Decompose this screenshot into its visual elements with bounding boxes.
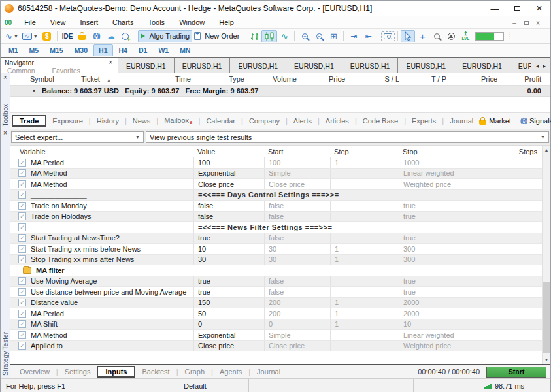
value-cell[interactable]: 10 xyxy=(193,244,264,254)
deposit-button[interactable]: $ xyxy=(40,30,54,42)
steps-cell[interactable] xyxy=(469,287,550,297)
start-cell[interactable]: 0 xyxy=(264,319,330,330)
parameter-checkbox[interactable]: ✓ xyxy=(18,234,26,242)
start-cell[interactable]: Simple xyxy=(264,169,330,179)
value-cell[interactable]: true xyxy=(193,287,264,297)
menu-charts[interactable]: Charts xyxy=(105,16,141,28)
steps-cell[interactable] xyxy=(469,201,550,211)
bar-chart-button[interactable] xyxy=(247,30,261,42)
step-cell[interactable] xyxy=(330,276,399,287)
stop-cell[interactable]: true xyxy=(399,276,469,287)
value-cell[interactable]: Close price xyxy=(193,341,264,351)
steps-cell[interactable] xyxy=(469,308,550,319)
steps-cell[interactable] xyxy=(469,276,550,287)
scrollbar-thumb[interactable] xyxy=(543,282,550,353)
scroll-up-icon[interactable]: ▲ xyxy=(543,146,550,154)
parameter-checkbox[interactable]: ✓ xyxy=(18,310,26,318)
stop-cell[interactable]: 2000 xyxy=(399,308,469,319)
stop-cell[interactable]: Linear weighted xyxy=(399,330,469,340)
value-cell[interactable]: 0 xyxy=(193,319,264,330)
steps-cell[interactable] xyxy=(469,330,550,340)
start-cell[interactable]: 30 xyxy=(264,255,330,265)
menu-insert[interactable]: Insert xyxy=(73,16,106,28)
tester-tab-agents[interactable]: Agents xyxy=(213,367,248,377)
steps-cell[interactable] xyxy=(469,341,550,351)
start-cell[interactable]: false xyxy=(264,212,330,222)
trade-column-ticket[interactable]: Ticket▲ xyxy=(78,75,128,83)
parameter-checkbox[interactable]: ✓ xyxy=(18,342,26,350)
mdi-restore-button[interactable] xyxy=(520,19,532,26)
tester-tab-graph[interactable]: Graph xyxy=(178,367,212,377)
timeframe-h1[interactable]: H1 xyxy=(93,44,112,56)
menu-file[interactable]: File xyxy=(17,16,43,28)
stop-cell[interactable]: true xyxy=(399,201,469,211)
chart-tab[interactable]: EURUSD,H1 xyxy=(286,58,342,73)
chart-tab[interactable]: EURUSD,H1 xyxy=(118,58,175,73)
stop-cell[interactable]: 300 xyxy=(399,244,469,254)
menu-view[interactable]: View xyxy=(43,16,73,28)
trade-column-profit[interactable]: Profit xyxy=(500,75,550,83)
value-cell[interactable]: 50 xyxy=(193,308,264,319)
line-chart-button[interactable]: ∿ xyxy=(277,30,292,42)
toolbox-tab-alerts[interactable]: Alerts xyxy=(288,116,318,126)
step-cell[interactable] xyxy=(330,179,399,189)
steps-cell[interactable] xyxy=(469,255,550,265)
steps-cell[interactable] xyxy=(469,157,550,168)
trade-column-price[interactable]: Price xyxy=(449,75,500,83)
timeframe-m1[interactable]: M1 xyxy=(3,44,24,56)
parameter-checkbox[interactable]: ✓ xyxy=(18,331,26,339)
timeframe-h4[interactable]: H4 xyxy=(114,44,133,56)
restore-button[interactable] xyxy=(506,1,528,16)
cursor-button[interactable] xyxy=(401,30,415,42)
trade-column-symbol[interactable]: Symbol xyxy=(10,75,78,83)
trade-column-time[interactable]: Time xyxy=(128,75,193,83)
chart-tab[interactable]: EURUSD,H1 xyxy=(175,58,231,73)
toolbox-tab-exposure[interactable]: Exposure xyxy=(46,116,88,126)
tester-tab-settings[interactable]: Settings xyxy=(58,367,97,377)
start-cell[interactable]: false xyxy=(264,201,330,211)
scroll-down-icon[interactable]: ▼ xyxy=(543,355,550,364)
vps-button[interactable]: ☁ xyxy=(103,30,118,42)
steps-cell[interactable] xyxy=(469,233,550,244)
stop-cell[interactable]: Weighted price xyxy=(399,179,469,189)
inputs-column-variable[interactable]: Variable xyxy=(10,148,193,155)
vertical-scrollbar[interactable]: ▲ ▼ xyxy=(542,146,550,364)
community-button[interactable] xyxy=(118,30,132,42)
expert-select[interactable]: Select expert... ▼ xyxy=(11,131,144,143)
step-cell[interactable]: 1 xyxy=(330,308,399,319)
start-button[interactable]: Start xyxy=(486,367,546,378)
toolbox-close-icon[interactable]: × xyxy=(3,74,7,82)
step-cell[interactable]: 1 xyxy=(330,244,399,254)
value-cell[interactable]: true xyxy=(193,276,264,287)
chart-type-button[interactable]: ∿▼ xyxy=(3,30,20,42)
step-cell[interactable] xyxy=(330,287,399,297)
zoom-in-button[interactable]: + xyxy=(297,30,312,42)
mdi-close-button[interactable]: x xyxy=(532,19,544,26)
inputs-column-steps[interactable]: Steps xyxy=(469,148,550,155)
candlestick-button[interactable] xyxy=(261,30,277,42)
support-button[interactable] xyxy=(444,30,458,42)
start-cell[interactable]: false xyxy=(264,233,330,244)
start-cell[interactable]: false xyxy=(264,287,330,297)
step-cell[interactable] xyxy=(330,169,399,179)
chart-tab[interactable]: EURUSD,H1 xyxy=(342,58,399,73)
screenshot-button[interactable] xyxy=(381,31,395,41)
parameter-checkbox[interactable]: ✓ xyxy=(18,180,26,188)
parameter-checkbox[interactable]: ✓ xyxy=(18,288,26,296)
tester-tab-backtest[interactable]: Backtest xyxy=(135,367,176,377)
tester-tab-inputs[interactable]: Inputs xyxy=(97,366,135,378)
signals-button[interactable]: ((•)) xyxy=(89,30,103,42)
start-cell[interactable]: Close price xyxy=(264,341,330,351)
stop-cell[interactable]: 2000 xyxy=(399,298,469,308)
parameter-checkbox[interactable]: ✓ xyxy=(18,299,26,306)
toolbox-tab-history[interactable]: History xyxy=(91,116,125,126)
menu-window[interactable]: Window xyxy=(172,16,212,28)
stop-cell[interactable]: true xyxy=(399,212,469,222)
step-cell[interactable] xyxy=(330,330,399,340)
menu-tools[interactable]: Tools xyxy=(141,16,172,28)
parameter-checkbox[interactable]: ✓ xyxy=(18,212,26,220)
chart-profile-button[interactable]: ∿▼ xyxy=(20,30,40,42)
toolbox-tab-journal[interactable]: Journal xyxy=(444,116,479,126)
ide-button[interactable]: IDE xyxy=(60,30,75,42)
stop-cell[interactable]: true xyxy=(399,233,469,244)
